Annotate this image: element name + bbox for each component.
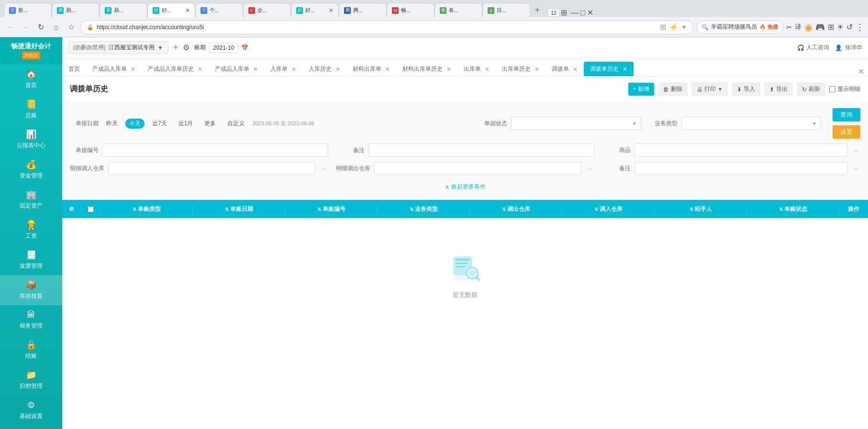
- page-tab-close-products-in2[interactable]: ✕: [253, 66, 258, 73]
- forward-button[interactable]: →: [19, 21, 32, 33]
- browser-tab-3[interactable]: 易 易...: [100, 3, 147, 17]
- browser-tab-8[interactable]: 腾 腾...: [339, 3, 387, 17]
- search-bar[interactable]: 🔍 学霸应聘场驱鸟员 🔥 热搜: [696, 21, 783, 34]
- back-button[interactable]: ←: [4, 21, 16, 33]
- address-bar[interactable]: 🔒 https://cloud.chanjet.com/accounting/u…: [80, 20, 693, 34]
- browser-tab-5[interactable]: 个 个...: [195, 3, 243, 17]
- page-tab-close-all[interactable]: ✕: [858, 67, 864, 76]
- page-tab-out-hist[interactable]: 出库单历史 ✕: [496, 62, 545, 76]
- scissors-icon[interactable]: ✂: [786, 23, 792, 31]
- tab-menu-btn[interactable]: ⊞: [561, 8, 567, 17]
- date-option-7days[interactable]: 近7天: [148, 119, 171, 129]
- page-tab-in-order[interactable]: 入库单 ✕: [264, 62, 302, 76]
- refresh-btn[interactable]: ↻ 刷新: [797, 82, 825, 96]
- browser-tab-4[interactable]: 好 好... ✕: [147, 3, 195, 17]
- set-button[interactable]: 设置: [833, 125, 860, 139]
- remark2-more-btn[interactable]: ···: [851, 165, 860, 172]
- minimize-btn[interactable]: —: [571, 9, 579, 17]
- browser-tab-2[interactable]: 易 易...: [52, 3, 100, 17]
- sidebar-item-close[interactable]: 🔒 结账: [0, 335, 62, 365]
- th-number[interactable]: ⇅ 单账编号: [285, 205, 378, 213]
- th-type[interactable]: ⇅ 单账类型: [100, 205, 193, 213]
- browser-menu-icon[interactable]: ⋮: [856, 22, 864, 33]
- page-tab-transfer[interactable]: 调拨单 ✕: [545, 62, 584, 76]
- page-tab-close-products-in-hist[interactable]: ✕: [198, 66, 202, 73]
- remark-input[interactable]: [368, 143, 594, 157]
- page-tab-close-out-order[interactable]: ✕: [485, 66, 490, 73]
- page-tab-transfer-hist[interactable]: 调拨单历史 ✕: [584, 62, 634, 76]
- home-button[interactable]: ⌂: [50, 21, 62, 33]
- new-tab-button[interactable]: +: [530, 3, 545, 17]
- service-btn[interactable]: 🎧 人工咨询: [797, 44, 829, 52]
- address-arrow[interactable]: ▼: [681, 24, 687, 31]
- page-tab-close-in-hist[interactable]: ✕: [335, 66, 340, 73]
- settings-gear-icon[interactable]: ⚙: [183, 43, 189, 52]
- sidebar-item-invoice[interactable]: 🧾 发票管理: [0, 245, 62, 275]
- th-gear[interactable]: ⚙: [62, 206, 81, 212]
- goods-input[interactable]: [634, 143, 847, 157]
- user-info[interactable]: 👤 徐泽华: [835, 44, 862, 52]
- address-dropdown[interactable]: ⊞: [660, 22, 666, 32]
- company-selector[interactable]: (勿删勿禁用) 江西服宝测试专用 ▼: [68, 41, 168, 54]
- page-tab-products-in-hist[interactable]: 产成品入库单历史 ✕: [142, 62, 209, 76]
- sidebar-item-reports[interactable]: 📊 云报表中心: [0, 124, 62, 154]
- page-tab-close-transfer[interactable]: ✕: [573, 66, 578, 73]
- sidebar-item-tax[interactable]: 🏛 税务管理: [0, 305, 62, 335]
- tab-close-4[interactable]: ✕: [185, 7, 190, 14]
- page-tab-close-mat-out[interactable]: ✕: [385, 66, 390, 73]
- page-tab-mat-out[interactable]: 材料出库单 ✕: [346, 62, 396, 76]
- bookmark-button[interactable]: ☆: [65, 21, 78, 33]
- page-tab-close-in-order[interactable]: ✕: [291, 66, 296, 73]
- calendar-icon[interactable]: 📅: [241, 44, 248, 51]
- th-check[interactable]: [81, 206, 100, 212]
- page-tab-close-products-in[interactable]: ✕: [131, 66, 135, 73]
- page-tab-home[interactable]: 首页: [62, 62, 86, 76]
- date-option-custom[interactable]: 自定义: [223, 119, 248, 129]
- browser-tab-1[interactable]: 文 新...: [4, 3, 52, 17]
- detail-out-input[interactable]: [374, 162, 581, 175]
- sidebar-item-guide[interactable]: 📖 新手引导: [0, 425, 62, 429]
- page-tab-products-in[interactable]: 产成品入库单 ✕: [86, 62, 142, 76]
- export-btn[interactable]: ⬆ 导出: [764, 82, 793, 96]
- browser-tab-6[interactable]: C 企...: [243, 3, 291, 17]
- import-btn[interactable]: ⬇ 导入: [732, 82, 760, 96]
- new-btn[interactable]: + 新增: [628, 83, 654, 96]
- status-select[interactable]: ▼: [511, 117, 641, 130]
- th-handler[interactable]: ⇅ 经手人: [655, 205, 747, 213]
- browser-tab-11[interactable]: S 目...: [482, 3, 530, 17]
- tab-count[interactable]: 12: [548, 10, 559, 16]
- detail-in-more-btn[interactable]: ···: [319, 165, 328, 172]
- page-tab-in-hist[interactable]: 入库历史 ✕: [302, 62, 346, 76]
- sidebar-item-assets[interactable]: 🏢 固定资产: [0, 185, 62, 215]
- query-button[interactable]: 查询: [833, 108, 860, 121]
- close-window-btn[interactable]: ✕: [587, 8, 593, 17]
- refresh-button[interactable]: ↻: [34, 21, 47, 33]
- detail-in-input[interactable]: [108, 162, 315, 175]
- delete-btn[interactable]: 🗑 删除: [658, 82, 688, 96]
- collapse-filter-btn[interactable]: ∧ 收起更多条件: [70, 180, 860, 194]
- display-toggle-checkbox[interactable]: [829, 86, 835, 92]
- goods-more-btn[interactable]: ···: [851, 147, 860, 154]
- sidebar-item-settings[interactable]: ⚙ 基础设置: [0, 395, 62, 425]
- page-tab-close-transfer-hist[interactable]: ✕: [623, 66, 627, 73]
- browser-tab-9[interactable]: M 畅...: [387, 3, 434, 17]
- tab-close-7[interactable]: ✕: [329, 7, 334, 14]
- date-option-more[interactable]: 更多: [200, 119, 220, 129]
- select-all-checkbox[interactable]: [88, 206, 94, 212]
- date-option-today[interactable]: 今天: [125, 119, 145, 129]
- browser-tab-10[interactable]: 各 各...: [434, 3, 482, 17]
- date-option-yesterday[interactable]: 昨天: [102, 119, 122, 129]
- brightness-icon[interactable]: ☀: [837, 22, 844, 32]
- page-tab-products-in2[interactable]: 产成品入库单 ✕: [209, 62, 264, 76]
- page-tab-mat-out-hist[interactable]: 材料出库单历史 ✕: [396, 62, 457, 76]
- order-no-input[interactable]: [102, 143, 328, 157]
- page-tab-close-out-hist[interactable]: ✕: [534, 66, 539, 73]
- th-status[interactable]: ⇅ 单账状态: [747, 205, 839, 213]
- lightning-icon[interactable]: ⚡: [669, 22, 679, 32]
- add-company-btn[interactable]: +: [173, 43, 178, 53]
- remark2-input[interactable]: [634, 162, 847, 175]
- browser-tab-7[interactable]: 好 好... ✕: [291, 3, 339, 17]
- translate-icon[interactable]: 译: [795, 23, 801, 32]
- th-in-wh[interactable]: ⇅ 调入仓库: [562, 205, 655, 213]
- sidebar-item-funds[interactable]: 💰 资金管理: [0, 154, 62, 185]
